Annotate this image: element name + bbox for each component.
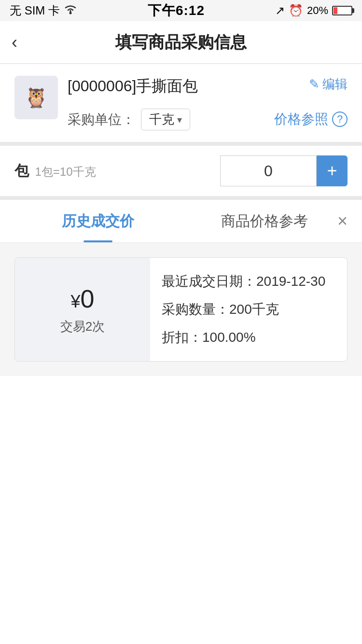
dropdown-arrow-icon: ▾	[177, 114, 182, 126]
trades-label: 交易2次	[60, 318, 105, 335]
status-right: ↗ ⏰ 20%	[275, 4, 352, 17]
quantity-row: 包 1包=10千克 0 +	[0, 142, 362, 196]
edit-label: 编辑	[322, 76, 348, 93]
page-title: 填写商品采购信息	[115, 31, 247, 54]
unit-label: 采购单位：	[68, 111, 135, 129]
detail-date-text: 最近成交日期：2019-12-30	[162, 274, 325, 289]
battery-percent: 20%	[307, 4, 328, 17]
alarm-icon: ⏰	[289, 4, 303, 17]
back-button[interactable]: ‹	[12, 32, 17, 53]
quantity-value: 0	[264, 162, 273, 180]
status-left: 无 SIM 卡	[10, 3, 77, 18]
edit-icon: ✎	[309, 77, 320, 92]
tabs-close-button[interactable]: ×	[333, 206, 352, 236]
history-content: ¥0 交易2次 最近成交日期：2019-12-30 采购数量：200千克 折扣：…	[0, 243, 362, 376]
price-ref-help-icon: ?	[332, 112, 348, 127]
product-card: 🦉 [0000006]手撕面包 采购单位： 千克 ▾ ✎ 编辑 价格参照	[0, 64, 362, 142]
price-number: 0	[81, 285, 95, 313]
yen-symbol: ¥	[71, 292, 81, 311]
svg-point-0	[70, 12, 72, 14]
plus-icon: +	[327, 161, 337, 181]
unit-select-value: 千克	[149, 111, 174, 128]
location-icon: ↗	[275, 4, 285, 17]
product-right-col: ✎ 编辑 价格参照 ?	[274, 76, 348, 128]
battery-indicator	[332, 6, 352, 15]
status-time: 下午6:12	[148, 1, 205, 20]
product-thumbnail: 🦉	[14, 76, 58, 119]
history-detail-panel: 最近成交日期：2019-12-30 采购数量：200千克 折扣：100.00%	[150, 258, 347, 361]
tab-history-label: 历史成交价	[62, 211, 134, 231]
tab-history-price[interactable]: 历史成交价	[14, 200, 181, 242]
tabs-section: 历史成交价 商品价格参考 × ¥0 交易2次 最近成交日期：2019-12-30…	[0, 196, 362, 376]
product-image-icon: 🦉	[24, 86, 48, 109]
tab-active-indicator	[84, 240, 112, 242]
status-bar: 无 SIM 卡 下午6:12 ↗ ⏰ 20%	[0, 0, 362, 21]
nav-bar: ‹ 填写商品采购信息	[0, 21, 362, 64]
detail-discount-text: 折扣：100.00%	[162, 330, 256, 345]
tab-product-price-label: 商品价格参考	[221, 211, 308, 231]
detail-qty-row: 采购数量：200千克	[162, 300, 335, 319]
history-card: ¥0 交易2次 最近成交日期：2019-12-30 采购数量：200千克 折扣：…	[14, 257, 348, 362]
bottom-area	[0, 376, 362, 644]
detail-qty-text: 采购数量：200千克	[162, 302, 279, 317]
quantity-control: 0 +	[220, 155, 348, 186]
quantity-label-group: 包 1包=10千克	[14, 161, 96, 181]
unit-select-dropdown[interactable]: 千克 ▾	[141, 109, 190, 130]
product-name: [0000006]手撕面包	[68, 76, 198, 97]
quantity-input[interactable]: 0	[220, 155, 317, 186]
product-header: 🦉 [0000006]手撕面包 采购单位： 千克 ▾ ✎ 编辑 价格参照	[14, 76, 348, 130]
product-info: [0000006]手撕面包 采购单位： 千克 ▾	[68, 76, 198, 130]
history-price-value: ¥0	[71, 284, 95, 313]
price-ref-label: 价格参照	[274, 110, 328, 128]
product-left: 🦉 [0000006]手撕面包 采购单位： 千克 ▾	[14, 76, 198, 130]
history-price-panel: ¥0 交易2次	[15, 258, 150, 361]
price-reference-button[interactable]: 价格参照 ?	[274, 110, 348, 128]
carrier-label: 无 SIM 卡	[10, 3, 60, 18]
detail-discount-row: 折扣：100.00%	[162, 328, 335, 347]
wifi-icon	[64, 4, 77, 17]
conversion-label: 1包=10千克	[35, 165, 96, 178]
detail-date-row: 最近成交日期：2019-12-30	[162, 272, 335, 291]
tab-product-price[interactable]: 商品价格参考	[181, 200, 348, 242]
edit-button[interactable]: ✎ 编辑	[309, 76, 348, 93]
product-unit-row: 采购单位： 千克 ▾	[68, 109, 198, 130]
quantity-plus-button[interactable]: +	[317, 155, 348, 186]
package-label: 包	[14, 163, 29, 179]
tabs-header: 历史成交价 商品价格参考 ×	[0, 200, 362, 243]
